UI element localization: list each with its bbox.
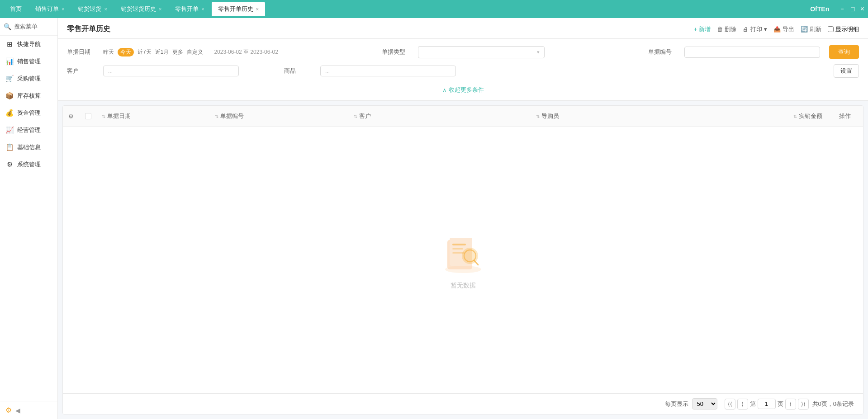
tab-label: 销货退货历史 xyxy=(121,5,156,13)
doc-type-label: 单据类型 xyxy=(382,48,409,56)
date-shortcut-2[interactable]: 近7天 xyxy=(138,48,152,56)
sort-icon-4: ⇅ xyxy=(536,114,540,119)
th-action: 操作 xyxy=(827,109,863,123)
doc-number-input[interactable] xyxy=(684,47,820,58)
tab-retail-open[interactable]: 零售开单× xyxy=(169,2,210,16)
add-button[interactable]: + 新增 xyxy=(694,25,711,33)
sort-icon-2: ⇅ xyxy=(215,114,218,119)
minimize-btn[interactable]: － xyxy=(839,5,845,13)
refresh-button[interactable]: 🔄 刷新 xyxy=(801,25,821,33)
date-range-text: 2023-06-02 至 2023-06-02 xyxy=(214,48,278,56)
main-layout: 🔍 搜索菜单 ⊞ 快捷导航📊 销售管理🛒 采购管理📦 库存核算💰 资金管理📈 经… xyxy=(0,18,868,419)
settings-col-icon: ⚙ xyxy=(68,113,74,120)
tab-label: 首页 xyxy=(10,5,22,13)
delete-button[interactable]: 🗑 删除 xyxy=(717,25,736,33)
content-area: 零售开单历史 + 新增 🗑 删除 🖨 打印 ▾ 📤 导出 🔄 xyxy=(58,18,868,419)
sidebar-search[interactable]: 🔍 搜索菜单 xyxy=(0,18,57,36)
nav-icon-sys-mgmt: ⚙ xyxy=(5,160,14,169)
sidebar-item-basic-info[interactable]: 📋 基础信息 xyxy=(0,139,57,156)
date-shortcut-1[interactable]: 今天 xyxy=(118,48,134,56)
date-label: 单据日期 xyxy=(67,48,94,56)
table-header: ⚙ ⇅ 单据日期 ⇅ 单据编号 ⇅ 客户 ⇅ xyxy=(63,106,863,127)
date-shortcut-0[interactable]: 昨天 xyxy=(103,48,114,56)
goods-label: 商品 xyxy=(284,67,311,75)
th-settings[interactable]: ⚙ xyxy=(63,110,79,122)
date-shortcut-5[interactable]: 自定义 xyxy=(187,48,203,56)
page-label-pre: 第 xyxy=(750,400,756,408)
tab-close-icon[interactable]: × xyxy=(256,6,259,12)
nav-label-quick-nav: 快捷导航 xyxy=(17,40,41,48)
customer-input[interactable]: ... xyxy=(103,66,239,76)
collapse-filters-btn[interactable]: ∧ 收起更多条件 xyxy=(67,83,859,94)
th-number: ⇅ 单据编号 xyxy=(210,109,349,123)
th-checkbox[interactable] xyxy=(79,110,97,122)
next-page-btn[interactable]: ⟩ xyxy=(785,399,796,410)
sidebar-item-finance[interactable]: 💰 资金管理 xyxy=(0,104,57,122)
nav-label-inventory: 库存核算 xyxy=(17,92,41,100)
nav-icon-sales-mgmt: 📊 xyxy=(5,57,14,66)
display-detail-checkbox[interactable] xyxy=(828,26,834,32)
select-all-checkbox[interactable] xyxy=(85,113,91,119)
svg-rect-4 xyxy=(452,248,463,250)
goods-input[interactable]: ... xyxy=(320,66,456,76)
nav-icon-inventory: 📦 xyxy=(5,92,14,100)
delete-icon: 🗑 xyxy=(717,26,723,33)
tab-close-icon[interactable]: × xyxy=(104,6,107,12)
pagination-controls: ⟨⟨ ⟨ 第 页 ⟩ ⟩⟩ xyxy=(725,399,809,410)
export-button[interactable]: 📤 导出 xyxy=(773,25,794,33)
refresh-icon: 🔄 xyxy=(801,26,808,33)
page-label: 页 xyxy=(778,400,783,408)
page-title: 零售开单历史 xyxy=(67,24,110,34)
tab-close-icon[interactable]: × xyxy=(201,6,204,12)
tab-home[interactable]: 首页 xyxy=(4,2,28,16)
goods-placeholder: ... xyxy=(325,68,330,74)
tab-close-icon[interactable]: × xyxy=(62,6,64,12)
doc-number-label: 单据编号 xyxy=(648,48,675,56)
date-shortcut-4[interactable]: 更多 xyxy=(172,48,183,56)
date-shortcuts: 昨天今天近7天近1月更多自定义 xyxy=(103,48,203,56)
tab-label: 零售开单历史 xyxy=(218,5,253,13)
print-button[interactable]: 🖨 打印 ▾ xyxy=(743,25,767,33)
tab-sales-order[interactable]: 销售订单× xyxy=(29,2,71,16)
sidebar-item-sys-mgmt[interactable]: ⚙ 系统管理 xyxy=(0,156,57,173)
first-page-btn[interactable]: ⟨⟨ xyxy=(725,399,735,410)
sidebar-item-operation[interactable]: 📈 经营管理 xyxy=(0,122,57,139)
doc-type-select[interactable]: ▾ xyxy=(418,46,545,58)
tab-sales-return-history[interactable]: 销货退货历史× xyxy=(114,2,168,16)
display-detail-checkbox-label[interactable]: 显示明细 xyxy=(828,25,859,33)
settings-icon[interactable]: ⚙ xyxy=(5,406,12,414)
setting-button[interactable]: 设置 xyxy=(834,64,859,78)
tab-close-icon[interactable]: × xyxy=(159,6,161,12)
nav-label-finance: 资金管理 xyxy=(17,109,41,117)
tab-retail-open-history[interactable]: 零售开单历史× xyxy=(212,2,265,16)
sidebar-item-inventory[interactable]: 📦 库存核算 xyxy=(0,87,57,104)
date-shortcut-3[interactable]: 近1月 xyxy=(155,48,169,56)
sort-icon: ⇅ xyxy=(102,114,105,119)
search-icon: 🔍 xyxy=(4,23,11,30)
empty-illustration xyxy=(436,231,490,276)
print-icon: 🖨 xyxy=(743,26,749,33)
per-page-select[interactable]: 50 10 20 100 xyxy=(692,398,717,410)
page-input[interactable] xyxy=(758,399,776,409)
nav-label-sys-mgmt: 系统管理 xyxy=(17,160,41,169)
nav-icon-purchase-mgmt: 🛒 xyxy=(5,75,14,83)
close-btn[interactable]: × xyxy=(860,5,864,13)
last-page-btn[interactable]: ⟩⟩ xyxy=(798,399,809,410)
tab-sales-return[interactable]: 销货退货× xyxy=(71,2,113,16)
top-bar: 首页销售订单×销货退货×销货退货历史×零售开单×零售开单历史× OfTEn － … xyxy=(0,0,868,18)
collapse-sidebar-btn[interactable]: ◀ xyxy=(15,407,20,414)
sidebar-item-purchase-mgmt[interactable]: 🛒 采购管理 xyxy=(0,70,57,87)
sidebar-item-sales-mgmt[interactable]: 📊 销售管理 xyxy=(0,53,57,70)
maximize-btn[interactable]: □ xyxy=(851,5,854,13)
query-button[interactable]: 查询 xyxy=(829,45,859,59)
prev-page-btn[interactable]: ⟨ xyxy=(737,399,748,410)
sort-icon-5: ⇅ xyxy=(793,114,797,119)
pagination: 每页显示 50 10 20 100 ⟨⟨ ⟨ 第 页 ⟩ ⟩⟩ 共0页， xyxy=(63,393,863,414)
window-controls: OfTEn － □ × xyxy=(810,5,864,13)
filter-row-1: 单据日期 昨天今天近7天近1月更多自定义 2023-06-02 至 2023-0… xyxy=(67,45,859,59)
sidebar-item-quick-nav[interactable]: ⊞ 快捷导航 xyxy=(0,36,57,53)
nav-label-operation: 经营管理 xyxy=(17,126,41,134)
svg-rect-3 xyxy=(452,244,466,245)
sidebar-bottom: ⚙ ◀ xyxy=(0,401,57,419)
nav-icon-quick-nav: ⊞ xyxy=(5,40,14,48)
